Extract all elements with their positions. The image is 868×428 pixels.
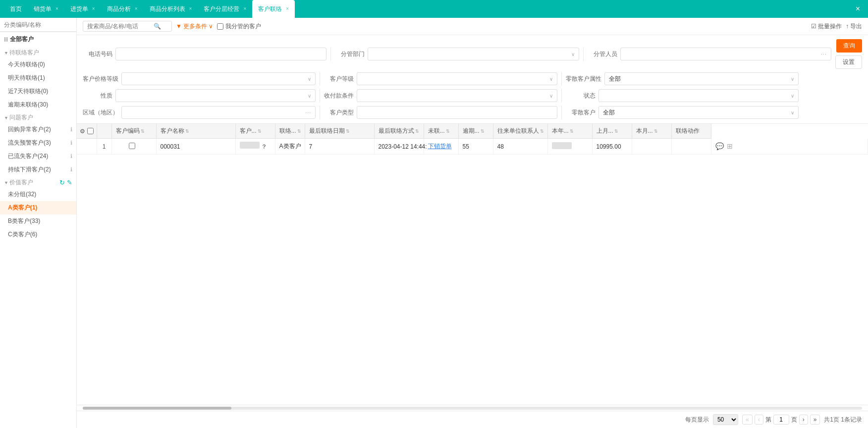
sidebar-item-7days-pending[interactable]: 近7天待联络(0) xyxy=(0,85,76,98)
retail-cust-field: 零散客户 全部 ∨ xyxy=(566,106,799,119)
cust-type-field: 客户类型 xyxy=(324,106,557,119)
filter-row-4: 区域（地区） ··· 客户类型 零散客户 xyxy=(83,106,862,119)
page-size-select[interactable]: 50 100 200 xyxy=(713,414,738,425)
close-sales-tab-icon[interactable]: × xyxy=(55,0,58,18)
cust-type-input[interactable] xyxy=(357,106,557,119)
info-icon-2: ℹ xyxy=(70,140,72,146)
nav-tab-customer-tier[interactable]: 客户分层经营 × xyxy=(198,0,252,18)
sidebar-item-declining[interactable]: 持续下滑客户(2) ℹ xyxy=(0,163,76,176)
person-input[interactable]: ··· xyxy=(620,48,831,60)
status-input[interactable]: ∨ xyxy=(598,89,799,102)
sidebar-search-input[interactable] xyxy=(4,21,77,28)
last-method-link[interactable]: 下销货单 xyxy=(428,143,452,150)
filter-search-box[interactable]: 🔍 xyxy=(83,21,172,32)
dept-input[interactable]: ∨ xyxy=(368,48,579,60)
arrow-down-icon-2: ▼ xyxy=(4,115,8,120)
sidebar-section-problem-customers[interactable]: ▼ 问题客户 xyxy=(0,111,76,123)
filter-search-input[interactable] xyxy=(87,23,152,30)
sidebar-all-customers[interactable]: ⁝⁝ 全部客户 xyxy=(0,32,76,47)
region-input[interactable]: ··· xyxy=(121,106,316,119)
price-level-label: 客户价格等级 xyxy=(83,75,118,83)
query-button[interactable]: 查询 xyxy=(836,39,862,53)
price-level-field: 客户价格等级 ∨ xyxy=(83,72,316,85)
close-purchase-tab-icon[interactable]: × xyxy=(92,0,95,18)
region-label: 区域（地区） xyxy=(83,108,118,117)
price-level-input[interactable]: ∨ xyxy=(121,72,316,85)
my-customers-checkbox[interactable]: 我分管的客户 xyxy=(217,22,261,31)
nav-tab-customer-contact[interactable]: 客户联络 × xyxy=(252,0,295,18)
nature-input[interactable]: ∨ xyxy=(115,89,316,102)
nav-tab-product-analysis[interactable]: 商品分析 × xyxy=(101,0,144,18)
current-page-input[interactable] xyxy=(773,415,789,425)
phone-input[interactable] xyxy=(115,48,326,60)
retail-attr-label: 零散客户属性 xyxy=(566,75,601,83)
my-customers-checkbox-input[interactable] xyxy=(217,23,223,30)
payment-label: 收付款条件 xyxy=(324,92,354,100)
qr-action-icon[interactable]: ⊞ xyxy=(727,142,733,150)
payment-dropdown-icon: ∨ xyxy=(549,93,553,99)
close-product-list-tab-icon[interactable]: × xyxy=(189,0,192,18)
select-all-checkbox[interactable] xyxy=(87,128,94,134)
sidebar-section-value-customers[interactable]: ▼ 价值客户 ↻ ✎ xyxy=(0,176,76,188)
checkbox-icon: ☑ xyxy=(811,23,816,30)
sidebar-item-class-a[interactable]: A类客户(1) xyxy=(0,201,76,214)
first-page-button[interactable]: « xyxy=(742,415,753,425)
filter-search-icon[interactable]: 🔍 xyxy=(154,23,161,30)
settings-button[interactable]: 设置 xyxy=(835,55,862,69)
filter-row-2: 客户价格等级 ∨ 客户等级 ∨ 零散客户属性 xyxy=(83,72,862,86)
top-nav: 首页 销货单 × 进货单 × 商品分析 × 商品分析列表 × 客户分层经营 × … xyxy=(0,0,868,18)
close-product-analysis-tab-icon[interactable]: × xyxy=(135,0,138,18)
sidebar-item-today-pending[interactable]: 今天待联络(0) xyxy=(0,58,76,71)
more-conditions-button[interactable]: ▼ 更多条件 ∨ xyxy=(176,22,213,31)
refresh-icon[interactable]: ↻ xyxy=(59,179,65,186)
col-header-seq xyxy=(97,124,111,139)
sidebar-item-class-c[interactable]: C类客户(6) xyxy=(0,228,76,241)
nav-tab-purchase[interactable]: 进货单 × xyxy=(64,0,101,18)
status-field: 状态 ∨ xyxy=(566,89,799,102)
edit-icon[interactable]: ✎ xyxy=(67,179,72,186)
retail-attr-input[interactable]: 全部 ∨ xyxy=(604,72,799,85)
cust-level-field: 客户等级 ∨ xyxy=(324,72,557,85)
col-header-last-method: 最后联络方式 ⇅ xyxy=(374,124,424,139)
retail-cust-label: 零散客户 xyxy=(566,108,596,117)
export-button[interactable]: ↑ 导出 xyxy=(846,22,862,31)
sidebar-section-pending-contact[interactable]: ▼ 待联络客户 xyxy=(0,47,76,58)
chat-action-icon[interactable]: 💬 xyxy=(715,142,724,150)
payment-input[interactable]: ∨ xyxy=(357,89,557,102)
sidebar-item-overdue-contact[interactable]: 逾期未联络(30) xyxy=(0,98,76,111)
status-dropdown-icon: ∨ xyxy=(791,93,794,99)
sidebar-item-ungrouped[interactable]: 未分组(32) xyxy=(0,188,76,201)
sidebar-item-repurchase-abnormal[interactable]: 回购异常客户(2) ℹ xyxy=(0,123,76,136)
sidebar-item-tomorrow-pending[interactable]: 明天待联络(1) xyxy=(0,71,76,85)
prev-page-button[interactable]: ‹ xyxy=(755,415,763,425)
arrow-down-icon: ▼ xyxy=(4,51,8,55)
sort-type-icon: ⇅ xyxy=(258,129,262,134)
cell-gear xyxy=(77,139,97,155)
cust-level-input[interactable]: ∨ xyxy=(357,72,557,85)
close-customer-contact-tab-icon[interactable]: × xyxy=(286,0,289,18)
horizontal-scrollbar[interactable] xyxy=(77,405,868,411)
row-checkbox[interactable] xyxy=(129,143,135,149)
nav-tab-sales[interactable]: 销货单 × xyxy=(28,0,64,18)
sidebar-item-class-b[interactable]: B类客户(33) xyxy=(0,214,76,228)
nav-tab-home[interactable]: 首页 xyxy=(4,0,28,18)
nav-tab-product-list[interactable]: 商品分析列表 × xyxy=(144,0,198,18)
close-all-tabs-button[interactable]: × xyxy=(852,4,864,13)
close-customer-tier-tab-icon[interactable]: × xyxy=(243,0,246,18)
table-container[interactable]: ⚙ 客户编码 ⇅ 客 xyxy=(77,124,868,405)
next-page-button[interactable]: › xyxy=(799,415,808,425)
col-header-last-month-amount: 上月... ⇅ xyxy=(592,124,632,139)
retail-cust-input[interactable]: 全部 ∨ xyxy=(598,106,799,119)
scroll-track xyxy=(83,407,862,410)
sidebar-search-box[interactable]: 🔍 xyxy=(0,18,77,32)
last-page-button[interactable]: » xyxy=(810,415,820,425)
sort-contact-icon: ⇅ xyxy=(297,129,301,134)
cell-company-contact xyxy=(547,139,592,155)
sidebar-item-churn-warning[interactable]: 流失预警客户(3) ℹ xyxy=(0,136,76,150)
cell-current-month xyxy=(671,139,711,155)
gear-icon[interactable]: ⚙ xyxy=(80,128,85,135)
person-field: 分管人员 ··· xyxy=(588,48,831,60)
batch-ops-button[interactable]: ☑ 批量操作 xyxy=(811,22,842,31)
region-field: 区域（地区） ··· xyxy=(83,106,316,119)
sidebar-item-churned[interactable]: 已流失客户(24) ℹ xyxy=(0,150,76,163)
